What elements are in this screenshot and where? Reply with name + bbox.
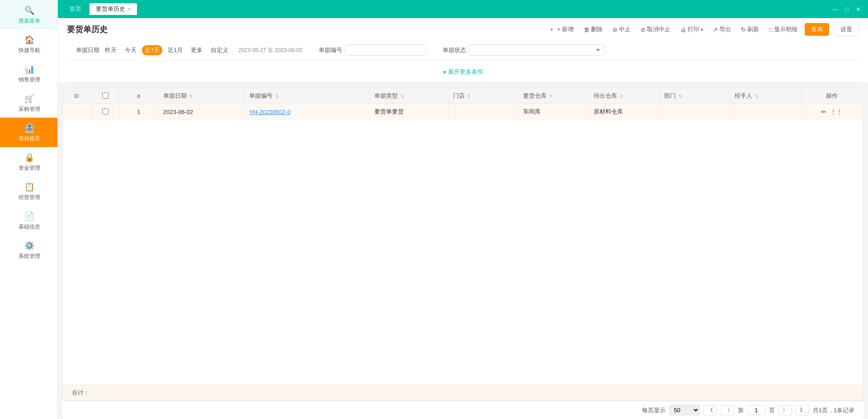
status-label: 单据状态 [443, 46, 466, 54]
sidebar-item-finance[interactable]: 🔒 资金管理 [0, 147, 57, 176]
row-pending-wh-cell: 原材料仓库 [589, 104, 660, 120]
sidebar-item-operations[interactable]: 📋 经营管理 [0, 176, 57, 206]
date-option-yesterday[interactable]: 昨天 [102, 45, 119, 55]
sidebar-item-search-label: 搜索菜单 [19, 17, 40, 25]
doc-no-link[interactable]: YH-20230602-0 [249, 109, 291, 115]
row-settings-cell [63, 104, 91, 120]
sidebar-item-shortcuts[interactable]: 🏠 快捷导航 [0, 29, 57, 59]
row-edit-icon[interactable]: ✏ [821, 108, 826, 115]
expand-more-button[interactable]: ▾ 展开更多条件 [439, 66, 487, 78]
row-dept-cell [660, 104, 730, 120]
sidebar-item-basic[interactable]: 📄 基础信息 [0, 206, 57, 235]
select-all-checkbox[interactable] [102, 92, 108, 99]
system-icon: ⚙️ [24, 241, 34, 251]
date-options: 昨天 今天 近7天 近1月 更多 自定义 [102, 45, 231, 55]
no-sort-icon[interactable]: ⇅ [275, 94, 279, 99]
col-settings-header: ⚙ [63, 88, 91, 104]
refresh-button[interactable]: ↻ 刷新 [738, 24, 762, 35]
dept-sort-icon[interactable]: ⇅ [679, 94, 682, 99]
date-option-today[interactable]: 今天 [122, 45, 139, 55]
row-checkbox[interactable] [102, 108, 108, 114]
date-sort-icon[interactable]: ⇅ [189, 94, 193, 99]
cancel-stop-button[interactable]: ⊘ 取消中止 [638, 24, 673, 35]
filter-group-docno: 单据编号 [319, 44, 426, 56]
print-button[interactable]: 🖨 打印 ▾ [678, 24, 706, 35]
table-footer: 合计： [63, 385, 863, 400]
minimize-button[interactable]: — [830, 5, 840, 14]
display-detail-button[interactable]: □ 显示明细 [766, 24, 800, 35]
page-title: 要货单历史 [67, 24, 108, 35]
export-button[interactable]: ↗ 导出 [710, 24, 734, 35]
table-container: ⚙ # 单据日期 ⇅ 单据编号 [62, 88, 863, 401]
print-dropdown-icon: ▾ [701, 27, 703, 32]
table-wrapper[interactable]: ⚙ # 单据日期 ⇅ 单据编号 [63, 88, 863, 385]
date-option-1month[interactable]: 近1月 [165, 45, 185, 55]
status-select[interactable] [469, 44, 604, 56]
table-body: 1 2023-06-02 YH-20230602-0 要货单要货 车间库 原材料… [63, 104, 863, 120]
col-handler-label: 经手人 [735, 92, 752, 99]
close-window-button[interactable]: ✕ [854, 5, 863, 14]
delete-button[interactable]: 🗑 删除 [581, 24, 605, 35]
cart-icon: 🛒 [24, 94, 34, 104]
sidebar-item-system[interactable]: ⚙️ 系统管理 [0, 235, 57, 265]
query-button[interactable]: 查询 [805, 23, 829, 36]
page-label-before: 第 [738, 406, 744, 414]
sidebar-item-sales[interactable]: 📊 销售管理 [0, 59, 57, 88]
tab-requisition-history[interactable]: 要货单历史 × [90, 3, 137, 15]
date-option-custom[interactable]: 自定义 [208, 45, 231, 55]
row-handler-cell [730, 104, 801, 120]
date-option-7days[interactable]: 近7天 [142, 45, 162, 55]
col-no-header: 单据编号 ⇅ [245, 88, 370, 104]
page-size-select[interactable]: 10 20 50 100 [669, 405, 700, 415]
date-range-text: 2023-05-27 至 2023-06-02 [238, 47, 302, 54]
tab-home[interactable]: 首页 [63, 3, 88, 15]
delete-label: 删除 [591, 25, 603, 33]
sidebar-item-purchase[interactable]: 🛒 采购管理 [0, 88, 57, 118]
cancel-stop-icon: ⊘ [641, 26, 646, 33]
total-info: 共1页，1条记录 [813, 406, 854, 414]
stop-button[interactable]: ⊘ 中止 [610, 24, 633, 35]
checkbox-icon: □ [769, 26, 773, 33]
page-input[interactable] [747, 405, 765, 415]
next-page-button[interactable]: 〉 [778, 405, 792, 415]
page-label-after: 页 [769, 406, 775, 414]
filter-group-status: 单据状态 [443, 44, 850, 56]
docno-input[interactable] [345, 44, 426, 56]
new-button[interactable]: ＋ + 新增 [546, 24, 576, 35]
page-header: 要货单历史 ＋ + 新增 🗑 删除 ⊘ 中止 ⊘ [58, 18, 868, 83]
store-sort-icon[interactable]: ⇅ [467, 94, 471, 99]
filter-bar: 单据日期 昨天 今天 近7天 近1月 更多 自定义 2023-05-27 至 2… [67, 40, 859, 61]
last-page-button[interactable]: 》 [796, 405, 809, 415]
settings-label: 设置 [840, 25, 852, 33]
row-ops-cell: ✏ ⋮⋮ [800, 104, 863, 120]
row-date-cell: 2023-06-02 [158, 104, 245, 120]
date-range-container: 2023-05-27 至 2023-06-02 [238, 46, 302, 54]
cancel-stop-label: 取消中止 [647, 25, 670, 33]
pending-wh-sort-icon[interactable]: ⇅ [620, 94, 623, 99]
maximize-button[interactable]: □ [843, 5, 850, 14]
first-page-button[interactable]: 《 [703, 405, 717, 415]
col-ops-header: 操作 [800, 88, 863, 104]
tab-close-icon[interactable]: × [128, 6, 131, 12]
row-more-icon[interactable]: ⋮⋮ [830, 108, 843, 115]
col-no-label: 单据编号 [249, 92, 273, 99]
col-pending-wh-label: 待出仓库 [594, 92, 617, 99]
table-header-row: ⚙ # 单据日期 ⇅ 单据编号 [63, 88, 863, 104]
stop-icon: ⊘ [613, 26, 618, 33]
prev-page-button[interactable]: 〈 [721, 405, 734, 415]
date-option-more[interactable]: 更多 [188, 45, 205, 55]
sidebar-item-purchase-label: 采购管理 [19, 105, 40, 113]
row-index-cell: 1 [119, 104, 159, 120]
pagination-bar: 每页显示 10 20 50 100 《 〈 第 页 〉 》 共1页，1条记录 [62, 401, 863, 419]
settings-button[interactable]: 设置 [834, 23, 859, 36]
req-wh-sort-icon[interactable]: ⇅ [549, 94, 553, 99]
handler-sort-icon[interactable]: ⇅ [755, 94, 759, 99]
col-dept-label: 部门 [664, 92, 676, 99]
col-index-header: # [119, 88, 159, 104]
sidebar-item-finance-label: 资金管理 [19, 164, 40, 172]
sidebar-item-inventory[interactable]: 🏦 库存核算 [0, 118, 57, 147]
filter-expand-row: ▾ 展开更多条件 [67, 64, 859, 83]
table-settings-icon[interactable]: ⚙ [74, 92, 80, 100]
sidebar-item-search[interactable]: 🔍 搜索菜单 [0, 0, 57, 29]
type-sort-icon[interactable]: ⇅ [401, 94, 404, 99]
